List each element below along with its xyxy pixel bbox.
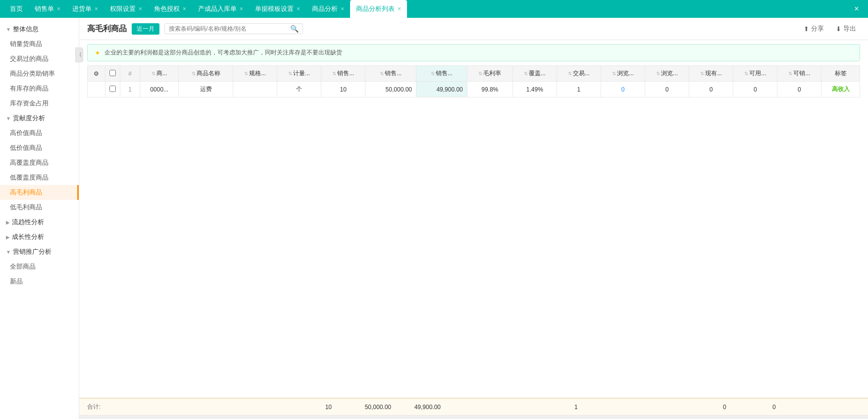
share-button[interactable]: ⬆ 分享	[800, 23, 828, 35]
footer-available: 0	[754, 404, 794, 411]
chevron-down-icon: ▼	[6, 27, 11, 32]
nav-sales[interactable]: 销售单 ×	[29, 0, 66, 18]
rownum-col-header: #	[120, 66, 140, 82]
col-header-browse1[interactable]: ⇅浏览...	[601, 66, 645, 82]
row-name: 运费	[179, 82, 233, 97]
close-goods-analysis-list-tab[interactable]: ×	[398, 5, 401, 12]
footer-trade: 1	[556, 404, 596, 411]
close-template-tab[interactable]: ×	[297, 5, 300, 12]
info-icon: ✦	[95, 49, 101, 57]
close-goods-analysis-tab[interactable]: ×	[341, 5, 344, 12]
select-all-checkbox[interactable]	[109, 70, 116, 76]
col-header-tag[interactable]: 标签	[821, 66, 860, 82]
sidebar-item-traded-goods[interactable]: 交易过的商品	[0, 51, 79, 66]
row-settings[interactable]	[88, 82, 105, 97]
close-sales-tab[interactable]: ×	[57, 5, 60, 12]
row-available: 0	[733, 82, 777, 97]
sidebar: ▼ 整体信息 销量货商品 交易过的商品 商品分类助销率 有库存的商品 库存资金占…	[0, 18, 79, 419]
nav-role[interactable]: 角色授权 ×	[148, 0, 192, 18]
nav-purchase[interactable]: 进货单 ×	[66, 0, 104, 18]
row-current: 0	[689, 82, 733, 97]
row-num: 1	[120, 82, 140, 97]
col-header-current[interactable]: ⇅现有...	[689, 66, 733, 82]
row-code: 0000...	[140, 82, 179, 97]
row-checkbox[interactable]	[105, 82, 120, 97]
sidebar-item-category-sales-rate[interactable]: 商品分类助销率	[0, 66, 79, 81]
main-layout: ▼ 整体信息 销量货商品 交易过的商品 商品分类助销率 有库存的商品 库存资金占…	[0, 18, 868, 419]
sidebar-section-growth[interactable]: ▶ 成长性分析	[0, 230, 79, 244]
row-saleable: 0	[777, 82, 821, 97]
col-header-gross[interactable]: ⇅毛利率	[467, 66, 512, 82]
nav-template[interactable]: 单据模板设置 ×	[249, 0, 306, 18]
page-title: 高毛利商品	[87, 24, 127, 34]
table-footer: 合计: 10 50,000.00 49,900.00 1 0 0	[79, 398, 868, 415]
nav-permission[interactable]: 权限设置 ×	[104, 0, 148, 18]
sidebar-section-overview[interactable]: ▼ 整体信息	[0, 22, 79, 37]
footer-sales2: 50,000.00	[358, 404, 398, 411]
sidebar-item-inventory-capital[interactable]: 库存资金占用	[0, 96, 79, 111]
window-close-button[interactable]: ×	[849, 0, 864, 18]
search-box: 🔍	[164, 23, 303, 34]
sidebar-item-high-margin[interactable]: 高毛利商品	[0, 185, 79, 200]
search-input[interactable]	[169, 25, 290, 32]
col-header-sales2[interactable]: ⇅销售...	[365, 66, 416, 82]
sidebar-item-new-goods[interactable]: 新品	[0, 274, 79, 289]
nav-home[interactable]: 首页	[4, 0, 29, 18]
sidebar-item-sales-goods[interactable]: 销量货商品	[0, 37, 79, 51]
period-button[interactable]: 近一月	[132, 23, 159, 35]
row-trade: 1	[557, 82, 601, 97]
chevron-down-icon-3: ▼	[6, 249, 11, 255]
nav-goods-analysis[interactable]: 商品分析 ×	[306, 0, 350, 18]
search-icon[interactable]: 🔍	[290, 25, 299, 33]
sidebar-item-low-margin[interactable]: 低毛利商品	[0, 200, 79, 215]
table-wrapper: ⚙ # ⇅商... ⇅商品名称 ⇅规格... ⇅计量... ⇅销售... ⇅销售…	[79, 65, 868, 398]
col-header-code[interactable]: ⇅商...	[140, 66, 179, 82]
row-browse1[interactable]: 0	[601, 82, 645, 97]
sidebar-item-low-value[interactable]: 低价值商品	[0, 140, 79, 155]
col-header-browse2[interactable]: ⇅浏览...	[645, 66, 689, 82]
col-header-unit[interactable]: ⇅计量...	[277, 66, 321, 82]
row-spec	[233, 82, 277, 97]
info-banner: ✦ 企业的主要的利润都是这部分商品创造的，可考虑加大推广，同时关注库存是不要出现…	[87, 44, 860, 61]
col-header-available[interactable]: ⇅可用...	[733, 66, 777, 82]
row-unit: 个	[277, 82, 321, 97]
sidebar-item-stocked-goods[interactable]: 有库存的商品	[0, 81, 79, 96]
footer-label: 合计:	[87, 403, 101, 411]
nav-product-inbound[interactable]: 产成品入库单 ×	[192, 0, 249, 18]
data-table: ⚙ # ⇅商... ⇅商品名称 ⇅规格... ⇅计量... ⇅销售... ⇅销售…	[87, 65, 860, 97]
export-icon: ⬇	[836, 25, 841, 33]
col-header-coverage[interactable]: ⇅覆盖...	[512, 66, 557, 82]
col-header-spec[interactable]: ⇅规格...	[233, 66, 277, 82]
table-row: 1 0000... 运费 个 10 50,000.00 49,900.00 99…	[88, 82, 860, 97]
checkbox-col-header[interactable]	[105, 66, 120, 82]
col-header-saleable[interactable]: ⇅可销...	[777, 66, 821, 82]
row-coverage: 1.49%	[512, 82, 557, 97]
content-area: 高毛利商品 近一月 🔍 ⬆ 分享 ⬇ 导出 ✦ 企业的主要的利润都是这部分商品创…	[79, 18, 868, 419]
row-sales2: 50,000.00	[365, 82, 416, 97]
export-button[interactable]: ⬇ 导出	[832, 23, 860, 35]
top-navigation: 首页 销售单 × 进货单 × 权限设置 × 角色授权 × 产成品入库单 × 单据…	[0, 0, 868, 18]
sidebar-item-high-value[interactable]: 高价值商品	[0, 126, 79, 140]
col-header-sales1[interactable]: ⇅销售...	[321, 66, 365, 82]
sidebar-collapse-button[interactable]: 《	[75, 47, 83, 62]
share-icon: ⬆	[804, 25, 809, 33]
sidebar-section-trend[interactable]: ▶ 流趋性分析	[0, 215, 79, 230]
nav-goods-analysis-list[interactable]: 商品分析列表 ×	[350, 0, 407, 18]
sidebar-section-marketing[interactable]: ▼ 营销推广分析	[0, 244, 79, 259]
col-header-name[interactable]: ⇅商品名称	[179, 66, 233, 82]
row-gross-rate: 99.8%	[467, 82, 512, 97]
content-header: 高毛利商品 近一月 🔍 ⬆ 分享 ⬇ 导出	[79, 18, 868, 40]
sidebar-section-contribution[interactable]: ▼ 贡献度分析	[0, 111, 79, 126]
close-product-tab[interactable]: ×	[240, 5, 243, 12]
close-permission-tab[interactable]: ×	[139, 5, 142, 12]
sidebar-item-all-goods[interactable]: 全部商品	[0, 259, 79, 274]
close-purchase-tab[interactable]: ×	[95, 5, 98, 12]
sidebar-item-low-coverage[interactable]: 低覆盖度商品	[0, 170, 79, 185]
settings-col-header[interactable]: ⚙	[88, 66, 105, 82]
footer-current: 0	[705, 404, 744, 411]
col-header-trade[interactable]: ⇅交易...	[557, 66, 601, 82]
horizontal-scrollbar[interactable]	[79, 415, 868, 419]
col-header-sales3[interactable]: ⇅销售...	[416, 66, 467, 82]
sidebar-item-high-coverage[interactable]: 高覆盖度商品	[0, 155, 79, 170]
close-role-tab[interactable]: ×	[183, 5, 186, 12]
